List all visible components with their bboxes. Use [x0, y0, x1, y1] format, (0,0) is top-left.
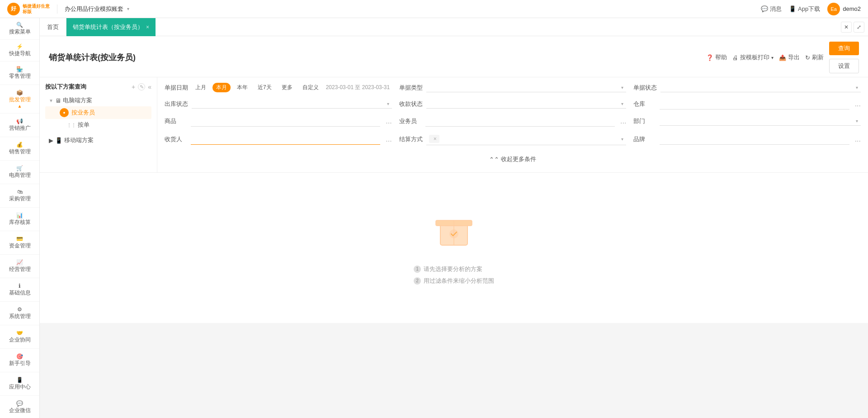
goods-input[interactable] [191, 116, 380, 127]
doc-status-chevron-icon: ▾ [856, 85, 858, 90]
sidebar-retail-label: 零售管理 [2, 72, 38, 80]
sidebar-item-purchase[interactable]: 🛍 采购管理 [0, 184, 39, 208]
sidebar-operation-label: 经营管理 [2, 266, 38, 273]
warehouse-input[interactable] [660, 99, 849, 109]
tip-2-text: 用过滤条件来缩小分析范围 [424, 275, 494, 287]
pay-status-chevron-icon: ▾ [621, 101, 623, 106]
salesperson-label: 业务员 [399, 117, 422, 125]
brand-more-icon[interactable]: ... [855, 135, 861, 143]
sidebar-item-sales[interactable]: 💰 销售管理 [0, 137, 39, 161]
salesperson-more-icon[interactable]: ... [620, 117, 626, 125]
finance-icon: 💳 [2, 236, 38, 242]
scheme-edit-icon[interactable]: ✎ [138, 83, 145, 90]
sidebar-item-search[interactable]: 🔍 搜索菜单 [0, 18, 39, 40]
wechat-icon: 💬 [2, 400, 38, 407]
tab-home[interactable]: 首页 [40, 18, 66, 36]
date-pill-custom[interactable]: 自定义 [299, 83, 322, 92]
print-button[interactable]: 🖨 按模板打印 ▾ [732, 53, 774, 62]
department-select[interactable]: ▾ [660, 117, 861, 126]
sidebar-item-finance[interactable]: 💳 资金管理 [0, 231, 39, 255]
scheme-item-by-salesperson[interactable]: ● 按业务员 [45, 106, 151, 119]
filter-department-field: 部门 ▾ [633, 117, 861, 126]
sidebar-item-retail[interactable]: 🏪 零售管理 [0, 62, 39, 85]
consignee-input[interactable] [191, 134, 380, 145]
purchase-icon: 🛍 [2, 189, 38, 195]
date-pill-this-year[interactable]: 本年 [233, 83, 251, 92]
sidebar-item-app-center[interactable]: 📱 应用中心 [0, 372, 39, 396]
sidebar-item-inventory[interactable]: 📊 库存核算 [0, 208, 39, 231]
pay-status-select[interactable]: ▾ [426, 100, 627, 109]
filter-area: 按以下方案查询 + ✎ « ▼ 🖥 [40, 77, 868, 173]
settings-button[interactable]: 设置 [829, 59, 859, 73]
tab-maximize-button[interactable]: ⤢ [854, 22, 864, 33]
doc-type-select[interactable]: ▾ [426, 83, 627, 92]
header-divider [57, 5, 57, 14]
mobile-scheme-header[interactable]: ▶ 📱 移动端方案 [45, 134, 151, 146]
salesperson-input[interactable] [425, 116, 615, 127]
scheme-collapse-icon[interactable]: « [148, 83, 151, 90]
out-status-chevron-icon: ▾ [387, 101, 389, 106]
goods-label: 商品 [165, 117, 187, 125]
filter-warehouse-field: 仓库 ... [633, 99, 861, 109]
tip-1-text: 请先选择要分析的方案 [424, 263, 482, 275]
out-status-select[interactable]: ▾ [192, 100, 392, 109]
scheme-by-order-icon: ⋮⋮ [67, 123, 76, 128]
refresh-button[interactable]: ↻ 刷新 [805, 53, 824, 62]
tip-1-num: 1 [414, 266, 421, 273]
settlement-label: 结算方式 [399, 135, 423, 143]
empty-tips: 1 请先选择要分析的方案 2 用过滤条件来缩小分析范围 [414, 263, 494, 287]
sidebar-item-marketing[interactable]: 📢 营销推广 [0, 114, 39, 137]
sidebar-item-wechat[interactable]: 💬 企业微信 [0, 396, 39, 418]
date-pill-last-month[interactable]: 上月 [192, 83, 210, 92]
tab-close-window-button[interactable]: ✕ [841, 22, 852, 33]
query-button[interactable]: 查询 [829, 42, 859, 55]
app-download-button[interactable]: 📱 App下载 [789, 5, 820, 13]
sidebar-wechat-label: 企业微信 [2, 407, 38, 414]
consignee-label: 收货人 [165, 135, 187, 143]
settlement-tag: × [429, 135, 439, 143]
help-button[interactable]: ❓ 帮助 [706, 53, 727, 62]
date-pill-more[interactable]: 更多 [278, 83, 296, 92]
tab-close-button[interactable]: × [146, 24, 149, 30]
doc-status-select[interactable]: ▾ [660, 83, 861, 92]
sidebar-item-newbie[interactable]: 🎯 新手引导 [0, 349, 39, 372]
user-profile[interactable]: Ea demo2 [827, 3, 861, 15]
top-header: 好 畅捷通好生意 标版 办公用品行业模拟账套 ▾ 💬 消息 📱 App下载 Ea… [0, 0, 868, 18]
pay-status-label: 收款状态 [399, 100, 423, 108]
page-header-actions: ❓ 帮助 🖨 按模板打印 ▾ 📤 导出 ↻ [706, 42, 859, 73]
page-title: 销货单统计表(按业务员) [49, 52, 136, 63]
sidebar-item-wholesale[interactable]: 📦 批发管理 ▲ [0, 85, 39, 114]
sidebar-item-basic[interactable]: ℹ 基础信息 [0, 278, 39, 302]
brand-input[interactable] [660, 134, 849, 145]
workspace-dropdown-icon[interactable]: ▾ [127, 6, 129, 11]
sidebar-item-operation[interactable]: 📈 经营管理 [0, 255, 39, 278]
date-pill-this-month[interactable]: 本月 [212, 83, 231, 92]
settlement-tag-close-icon[interactable]: × [434, 136, 437, 142]
filter-consignee-field: 收货人 ... [165, 134, 392, 145]
filter-scheme-icons: + ✎ « [132, 83, 151, 90]
scheme-add-icon[interactable]: + [132, 83, 135, 90]
mobile-scheme-label: 移动端方案 [64, 136, 94, 144]
collapse-button[interactable]: ⌃⌃ 收起更多条件 [489, 155, 536, 163]
sidebar-item-ecommerce[interactable]: 🛒 电商管理 [0, 161, 39, 184]
sidebar-system-label: 系统管理 [2, 313, 38, 320]
export-button[interactable]: 📤 导出 [779, 53, 800, 62]
refresh-label: 刷新 [812, 53, 824, 62]
message-button[interactable]: 💬 消息 [761, 5, 782, 13]
filter-row-4: 收货人 ... 结算方式 × [165, 133, 861, 145]
date-pill-7days[interactable]: 近7天 [254, 83, 275, 92]
tab-bar: 首页 销货单统计表（按业务员） × ✕ ⤢ [40, 18, 868, 36]
sidebar-search-label: 搜索菜单 [2, 28, 38, 36]
sidebar-item-system[interactable]: ⚙ 系统管理 [0, 302, 39, 325]
sidebar-item-quick-nav[interactable]: ⚡ 快捷导航 [0, 40, 39, 62]
scheme-item-by-order[interactable]: ⋮⋮ 按单 [45, 119, 151, 131]
goods-more-icon[interactable]: ... [386, 117, 392, 125]
warehouse-more-icon[interactable]: ... [855, 100, 861, 108]
query-settings-group: 查询 设置 [829, 42, 859, 73]
tip-2-num: 2 [414, 277, 421, 285]
sidebar-item-enterprise[interactable]: 🤝 企业协同 [0, 325, 39, 349]
pc-scheme-header[interactable]: ▼ 🖥 电脑端方案 [45, 95, 151, 106]
consignee-more-icon[interactable]: ... [386, 135, 392, 143]
tab-active[interactable]: 销货单统计表（按业务员） × [66, 18, 156, 36]
settlement-select[interactable]: × ▾ [426, 133, 627, 145]
